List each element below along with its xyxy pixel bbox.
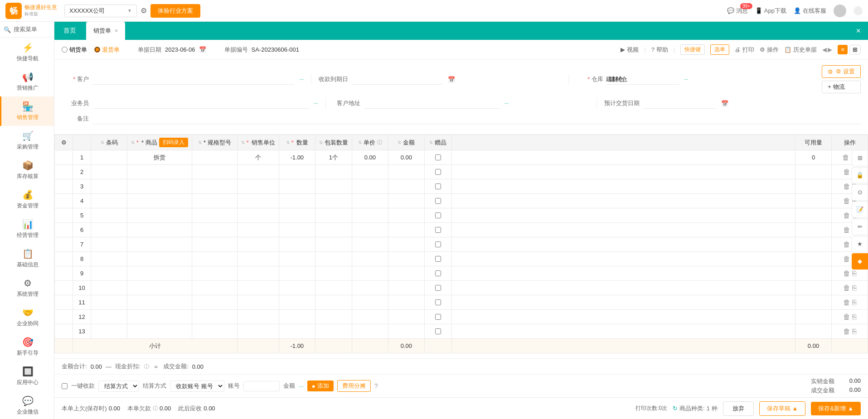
- gift-checkbox[interactable]: [435, 299, 441, 305]
- delete-row-icon[interactable]: 🗑: [843, 183, 850, 190]
- radio-sale[interactable]: 销货单: [62, 46, 87, 54]
- sidebar-item-operations[interactable]: 📊 经营管理: [0, 214, 54, 244]
- delete-row-icon[interactable]: 🗑: [843, 299, 850, 306]
- app-download-button[interactable]: 📱 App下载: [755, 7, 786, 15]
- delete-row-icon[interactable]: 🗑: [843, 226, 850, 234]
- gear-header[interactable]: ⚙: [55, 135, 73, 150]
- shortcut-button[interactable]: 快捷键: [680, 44, 705, 55]
- float-grid-button[interactable]: ⊞: [852, 150, 868, 166]
- video-action[interactable]: ▶ 视频: [621, 46, 639, 54]
- sidebar-item-marketing[interactable]: 📢 营销推广: [0, 67, 54, 96]
- gift-checkbox[interactable]: [435, 241, 441, 247]
- overdue-info-icon[interactable]: ⓘ: [153, 405, 158, 412]
- delete-row-icon[interactable]: 🗑: [843, 327, 850, 335]
- one-click-payment-checkbox[interactable]: [62, 383, 68, 389]
- delete-row-icon[interactable]: 🗑: [843, 168, 850, 176]
- delete-row-icon[interactable]: 🗑: [843, 284, 850, 292]
- warehouse-more-icon[interactable]: ···: [684, 76, 689, 82]
- save-new-button[interactable]: 保存&新增 ▲: [811, 402, 861, 415]
- split-help-icon[interactable]: ?: [374, 382, 378, 390]
- copy-row-icon[interactable]: ⎘: [852, 327, 857, 335]
- refresh-icon[interactable]: ↻: [673, 405, 678, 412]
- copy-row-icon[interactable]: ⎘: [852, 284, 857, 292]
- salesperson-input[interactable]: [92, 98, 309, 109]
- trial-button[interactable]: 体验行业方案: [150, 4, 200, 18]
- addr-more-icon[interactable]: ···: [504, 100, 509, 106]
- sidebar-item-purchase[interactable]: 🛒 采购管理: [0, 126, 54, 155]
- float-note-button[interactable]: 📝: [852, 202, 868, 218]
- row-remark[interactable]: [451, 150, 795, 165]
- row-spec[interactable]: [192, 150, 237, 165]
- salesperson-more-icon[interactable]: ···: [314, 100, 318, 106]
- tab-close-all-button[interactable]: ×: [849, 26, 868, 36]
- gift-checkbox[interactable]: [435, 198, 441, 204]
- add-fee-button[interactable]: ● 添加: [307, 380, 334, 391]
- gift-checkbox[interactable]: [435, 154, 441, 160]
- tab-close-icon[interactable]: ×: [115, 28, 118, 34]
- settings-icon[interactable]: ⚙: [141, 6, 147, 15]
- payment-method-select[interactable]: 结算方式: [98, 380, 139, 392]
- float-lock-button[interactable]: 🔒: [852, 167, 868, 183]
- copy-row-icon[interactable]: ⎘: [852, 270, 857, 277]
- logistics-button[interactable]: + 物流: [822, 81, 861, 93]
- warehouse-input[interactable]: [607, 74, 679, 85]
- price-info-icon[interactable]: ⓘ: [377, 139, 382, 146]
- grid-view-button[interactable]: ⊞: [849, 45, 861, 54]
- sidebar-item-apps[interactable]: 🔲 应用中心: [0, 361, 54, 391]
- expected-date-input[interactable]: [643, 98, 716, 109]
- expected-date-calendar-icon[interactable]: 📅: [721, 100, 728, 107]
- notes-input[interactable]: [92, 113, 861, 124]
- scan-button[interactable]: 扫码录入: [159, 138, 188, 147]
- sidebar-item-basic[interactable]: 📋 基础信息: [0, 244, 54, 273]
- gift-checkbox[interactable]: [435, 285, 441, 291]
- row-price[interactable]: 0.00: [352, 150, 388, 165]
- customer-input[interactable]: [92, 74, 295, 85]
- radio-return[interactable]: 退货单: [94, 46, 120, 54]
- customer-addr-input[interactable]: [364, 98, 500, 109]
- sidebar-item-inventory[interactable]: 📦 库存核算: [0, 155, 54, 185]
- amount-input[interactable]: [243, 381, 280, 391]
- sidebar-item-guide[interactable]: 🎯 新手引导: [0, 332, 54, 361]
- sidebar-item-sales[interactable]: 🏪 销售管理: [0, 96, 54, 126]
- float-circle-button[interactable]: ⊙: [852, 184, 868, 201]
- gift-checkbox[interactable]: [435, 314, 441, 320]
- sidebar-item-wechat[interactable]: 💬 企业微信: [0, 391, 54, 419]
- barcode-input[interactable]: [95, 154, 123, 161]
- gift-checkbox[interactable]: [435, 169, 441, 175]
- gift-checkbox[interactable]: [435, 227, 441, 233]
- settings-button[interactable]: ⚙ ⚙ 设置: [822, 65, 861, 78]
- avatar[interactable]: [834, 5, 846, 17]
- list-view-button[interactable]: ≡: [838, 45, 848, 54]
- help-action[interactable]: ? 帮助: [651, 46, 668, 54]
- payment-account-select[interactable]: 收款账号 账号: [170, 380, 224, 392]
- payment-due-calendar-icon[interactable]: 📅: [448, 76, 455, 83]
- save-draft-button[interactable]: 保存草稿 ▲: [759, 401, 806, 416]
- delete-row-icon[interactable]: 🗑: [842, 154, 849, 161]
- gift-checkbox[interactable]: [435, 183, 441, 189]
- print-action[interactable]: 🖨 打印: [735, 46, 754, 54]
- row-qty[interactable]: -1.00: [279, 150, 315, 165]
- row-barcode[interactable]: [91, 150, 127, 165]
- gift-checkbox[interactable]: [435, 270, 441, 276]
- message-button[interactable]: 💬 消息 99+: [727, 7, 748, 15]
- sidebar-item-shortcut[interactable]: ⚡ 快捷导航: [0, 38, 54, 67]
- more-payment-icon[interactable]: ···: [299, 383, 304, 390]
- sidebar-item-enterprise[interactable]: 🤝 企业协同: [0, 303, 54, 332]
- delete-row-icon[interactable]: 🗑: [843, 255, 850, 263]
- operate-action[interactable]: ⚙ 操作: [760, 46, 779, 54]
- select-button[interactable]: 选单: [710, 44, 729, 55]
- delete-row-icon[interactable]: 🗑: [843, 270, 850, 277]
- tab-home[interactable]: 首页: [54, 22, 85, 40]
- history-action[interactable]: 📋 历史单据: [784, 46, 817, 54]
- next-arrow-icon[interactable]: ▶: [828, 46, 832, 53]
- calendar-icon[interactable]: 📅: [199, 46, 206, 53]
- payment-due-input[interactable]: [352, 74, 442, 85]
- prev-arrow-icon[interactable]: ◀: [822, 46, 827, 53]
- float-orange-button[interactable]: ◆: [852, 253, 868, 270]
- sidebar-item-finance[interactable]: 💰 资金管理: [0, 185, 54, 214]
- delete-row-icon[interactable]: 🗑: [843, 212, 850, 219]
- discount-info-icon[interactable]: ⓘ: [144, 363, 149, 370]
- customer-more-icon[interactable]: ···: [299, 76, 304, 82]
- gift-checkbox[interactable]: [435, 212, 441, 218]
- delete-row-icon[interactable]: 🗑: [843, 241, 850, 248]
